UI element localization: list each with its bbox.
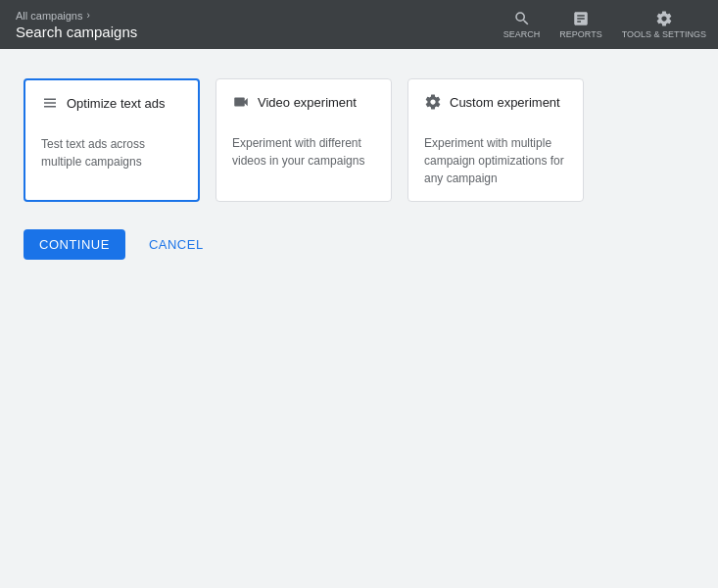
all-campaigns-link[interactable]: All campaigns — [16, 10, 82, 22]
main-content: Optimize text ads Test text ads across m… — [0, 49, 718, 289]
tools-nav-button[interactable]: TOOLS & SETTINGS — [622, 10, 706, 39]
top-navigation: All campaigns › Search campaigns SEARCH … — [0, 0, 718, 49]
reports-label: REPORTS — [559, 29, 601, 39]
text-ad-icon — [41, 94, 59, 112]
card-header-2: Video experiment — [232, 93, 375, 111]
nav-right: SEARCH REPORTS TOOLS & SETTINGS — [503, 10, 706, 39]
action-buttons: CONTINUE CANCEL — [24, 229, 694, 260]
gear-icon — [424, 93, 442, 111]
card-desc-1: Test text ads across multiple campaigns — [41, 135, 182, 171]
search-label: SEARCH — [503, 29, 541, 39]
card-title-3: Custom experiment — [450, 95, 560, 110]
reports-nav-button[interactable]: REPORTS — [559, 10, 601, 39]
video-icon — [232, 93, 250, 111]
breadcrumb-arrow: › — [86, 10, 89, 21]
continue-button[interactable]: CONTINUE — [24, 229, 125, 260]
card-desc-3: Experiment with multiple campaign optimi… — [424, 134, 567, 187]
page-title: Search campaigns — [16, 24, 137, 40]
cancel-button[interactable]: CANCEL — [141, 229, 212, 260]
card-title-1: Optimize text ads — [67, 96, 165, 111]
search-nav-button[interactable]: SEARCH — [503, 10, 541, 39]
optimize-text-ads-card[interactable]: Optimize text ads Test text ads across m… — [24, 78, 200, 202]
custom-experiment-card[interactable]: Custom experiment Experiment with multip… — [407, 78, 584, 202]
reports-icon — [572, 10, 590, 27]
nav-left: All campaigns › Search campaigns — [16, 10, 137, 40]
video-experiment-card[interactable]: Video experiment Experiment with differe… — [215, 78, 392, 202]
breadcrumb[interactable]: All campaigns › — [16, 10, 137, 22]
card-header-1: Optimize text ads — [41, 94, 182, 112]
search-icon — [513, 10, 531, 27]
tools-label: TOOLS & SETTINGS — [622, 29, 706, 39]
card-desc-2: Experiment with different videos in your… — [232, 134, 375, 170]
card-header-3: Custom experiment — [424, 93, 567, 111]
experiment-type-cards: Optimize text ads Test text ads across m… — [24, 78, 694, 202]
card-title-2: Video experiment — [258, 95, 357, 110]
tools-icon — [655, 10, 673, 27]
